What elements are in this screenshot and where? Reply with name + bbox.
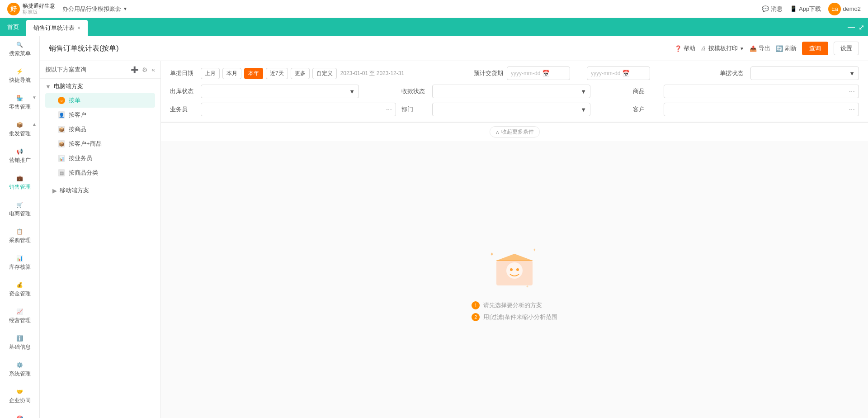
scheme-category-pc-title[interactable]: ▼ 电脑端方案 <box>45 82 155 90</box>
help-icon: ❓ <box>675 45 682 52</box>
panel-layout: 按以下方案查询 ➕ ⚙ « ▼ 电脑端方案 ○ <box>40 61 868 418</box>
scheme-add-icon[interactable]: ➕ <box>131 66 138 73</box>
date-btn-7days[interactable]: 近7天 <box>266 68 288 79</box>
tab-maximize-icon[interactable]: ⤢ <box>859 23 864 32</box>
search-icon: 🔍 <box>16 42 23 48</box>
scheme-category-mobile-title[interactable]: ▶ 移动端方案 <box>47 184 160 197</box>
tab-home[interactable]: 首页 <box>0 18 26 36</box>
sidebar-item-collab[interactable]: 🤝 企业协同 <box>0 383 39 410</box>
top-bar: 好 畅捷通好生意 标准版 办公用品行业模拟账套 ▼ 💬 消息 📱 App下载 E… <box>0 0 868 18</box>
query-button[interactable]: 查询 <box>802 42 828 55</box>
inventory-icon: 📊 <box>16 255 23 261</box>
date-btn-thisyear[interactable]: 本年 <box>244 68 263 79</box>
sidebar-item-search[interactable]: 🔍 搜索菜单 <box>0 36 39 63</box>
sidebar-item-retail[interactable]: 🏪 零售管理 ▼ <box>0 90 39 116</box>
main-layout: 🔍 搜索菜单 ⚡ 快捷导航 🏪 零售管理 ▼ 📦 批发管理 ▲ 📢 营销推广 💼… <box>0 36 868 418</box>
tab-close-icon[interactable]: × <box>77 25 80 31</box>
scheme-item-bygoods[interactable]: 📦 按商品 <box>45 122 155 137</box>
collab-icon: 🤝 <box>16 389 23 395</box>
dept-select[interactable]: ▼ <box>432 103 590 116</box>
scheme-item-icon-bycustomer: 👤 <box>58 111 65 119</box>
sidebar-item-marketing[interactable]: 📢 营销推广 <box>0 143 39 170</box>
export-btn[interactable]: 📤 导出 <box>750 44 770 52</box>
sidebar-item-purchase[interactable]: 📋 采购管理 <box>0 223 39 250</box>
goods-input[interactable]: ··· <box>664 85 859 98</box>
sidebar-item-system[interactable]: ⚙️ 系统管理 <box>0 356 39 383</box>
sidebar-item-basics[interactable]: ℹ️ 基础信息 <box>0 330 39 356</box>
hint-num-1: 1 <box>472 301 480 309</box>
message-btn[interactable]: 💬 消息 <box>762 5 783 13</box>
empty-illustration: ✦ ✦ ✦ <box>487 238 542 292</box>
svg-marker-1 <box>496 254 533 261</box>
receiptstatus-select[interactable]: ▼ <box>432 85 590 98</box>
scheme-panel: 按以下方案查询 ➕ ⚙ « ▼ 电脑端方案 ○ <box>40 61 161 418</box>
sidebar: 🔍 搜索菜单 ⚡ 快捷导航 🏪 零售管理 ▼ 📦 批发管理 ▲ 📢 营销推广 💼… <box>0 36 40 418</box>
empty-hint-1: 1 请先选择要分析的方案 <box>472 301 557 309</box>
scheme-item-bycustomer[interactable]: 👤 按客户 <box>45 108 155 122</box>
filter-group-dept: 部门 ▼ <box>401 103 627 116</box>
scheme-settings-icon[interactable]: ⚙ <box>142 66 148 73</box>
filter-group-status: 单据状态 ▼ <box>720 66 859 80</box>
delivery-date-to[interactable]: yyyy-mm-dd 📅 <box>587 66 650 80</box>
staff-input[interactable]: ··· <box>201 103 396 116</box>
scheme-item-bycustomergoods[interactable]: 📦 按客户+商品 <box>45 137 155 151</box>
delivery-date-from[interactable]: yyyy-mm-dd 📅 <box>507 66 570 80</box>
filter-group-outstatus: 出库状态 ▼ <box>170 85 396 98</box>
date-btn-thismonth[interactable]: 本月 <box>222 68 241 79</box>
scheme-item-bygoodscategory[interactable]: ▦ 按商品分类 <box>45 166 155 180</box>
date-btn-custom[interactable]: 自定义 <box>312 68 337 79</box>
sidebar-item-inventory[interactable]: 📊 库存核算 <box>0 250 39 276</box>
app-download-btn[interactable]: 📱 App下载 <box>790 5 821 13</box>
date-btn-more[interactable]: 更多 <box>291 68 310 79</box>
hint-num-2: 2 <box>472 313 480 321</box>
download-icon: 📱 <box>790 5 797 12</box>
date-label: 单据日期 <box>170 69 197 77</box>
scheme-item-bystaff[interactable]: 📊 按业务员 <box>45 151 155 166</box>
scheme-collapse-icon[interactable]: « <box>151 66 155 73</box>
help-btn[interactable]: ❓ 帮助 <box>675 44 695 52</box>
ecommerce-icon: 🛒 <box>16 202 23 208</box>
outstatus-select[interactable]: ▼ <box>201 85 359 98</box>
basics-icon: ℹ️ <box>16 335 23 342</box>
retail-icon: 🏪 <box>16 95 23 101</box>
calendar-icon-2: 📅 <box>622 70 630 77</box>
tab-active[interactable]: 销售订单统计表 × <box>26 20 88 36</box>
user-area[interactable]: Ea demo2 <box>828 3 861 15</box>
receiptstatus-label: 收款状态 <box>401 87 429 95</box>
filter-row-1: 单据日期 上月 本月 本年 近7天 更多 自定义 2023-01-01 至 20… <box>170 66 859 80</box>
sidebar-item-wholesale[interactable]: 📦 批发管理 ▲ <box>0 116 39 143</box>
tab-minimize-icon[interactable]: — <box>848 23 855 31</box>
filter-group-customer: 客户 ··· <box>633 103 859 116</box>
template-print-btn[interactable]: 🖨 按模板打印 ▼ <box>701 44 744 52</box>
sidebar-item-guide[interactable]: 🎯 新手引导 <box>0 410 39 418</box>
collapse-bar: ∧ 收起更多条件 <box>161 122 868 141</box>
tab-bar: 首页 销售订单统计表 × — ⤢ <box>0 18 868 36</box>
scheme-category-mobile: ▶ 移动端方案 <box>40 184 160 197</box>
svg-point-5 <box>516 268 519 271</box>
sidebar-item-finance[interactable]: 💰 资金管理 <box>0 276 39 303</box>
print-icon: 🖨 <box>701 45 707 52</box>
filter-row-3: 业务员 ··· 部门 ▼ <box>170 103 859 116</box>
purchase-icon: 📋 <box>16 228 23 235</box>
app-selector[interactable]: 办公用品行业模拟账套 ▼ <box>59 5 131 13</box>
staff-more-icon: ··· <box>386 105 392 114</box>
sidebar-item-operations[interactable]: 📈 经营管理 <box>0 303 39 330</box>
refresh-btn[interactable]: 🔄 刷新 <box>776 44 797 52</box>
scheme-item-byorder[interactable]: ○ 按单 <box>45 93 155 108</box>
sidebar-item-quicknav[interactable]: ⚡ 快捷导航 <box>0 63 39 90</box>
status-dropdown-icon: ▼ <box>849 70 855 77</box>
date-btn-lastmonth[interactable]: 上月 <box>201 68 220 79</box>
filter-group-delivery: 预计交货期 yyyy-mm-dd 📅 — yyyy-mm-dd 📅 <box>474 66 650 80</box>
outstatus-dropdown-icon: ▼ <box>349 88 355 95</box>
customer-input[interactable]: ··· <box>664 103 859 116</box>
settings-button[interactable]: 设置 <box>834 42 859 55</box>
collapse-button[interactable]: ∧ 收起更多条件 <box>490 126 540 138</box>
sidebar-item-ecommerce[interactable]: 🛒 电商管理 <box>0 196 39 223</box>
empty-hints: 1 请先选择要分析的方案 2 用[过滤]条件来缩小分析范围 <box>472 301 557 321</box>
status-select[interactable]: ▼ <box>750 66 859 80</box>
date-range-display: 2023-01-01 至 2023-12-31 <box>340 70 404 77</box>
sidebar-item-sales[interactable]: 💼 销售管理 <box>0 170 39 196</box>
top-bar-right: 💬 消息 📱 App下载 Ea demo2 <box>762 3 861 15</box>
avatar: Ea <box>828 3 841 15</box>
status-label: 单据状态 <box>720 69 747 77</box>
